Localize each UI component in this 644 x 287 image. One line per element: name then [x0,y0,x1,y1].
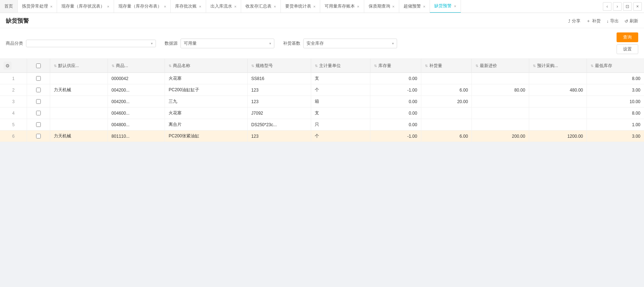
tab-close-collect-total[interactable]: × [274,4,276,9]
row-check[interactable] [27,119,50,131]
tab-close-shortage[interactable]: × [454,4,456,8]
tab-item-inventory-status[interactable]: 现存量（库存状况表）× [57,0,114,13]
sort-spec-icon[interactable]: ⇅ [251,64,254,68]
minstock-header-label: 最低库存 [595,63,612,69]
row-spec: 123 [248,96,311,107]
datasource-select[interactable]: 可用量 ▾ [180,39,274,48]
tab-label-exception: 拣货异常处理 [22,3,48,9]
tab-item-collect-total[interactable]: 收发存汇总表× [241,0,280,13]
spec-header-label: 规格型号 [256,63,273,69]
row-product-code: 004600... [108,107,165,119]
supplement-label: 补货 [592,18,601,24]
col-check-header [27,59,50,73]
filter-group-category: 商品分类 ▾ [6,40,156,47]
table-row: 5004800...离合片DS250*23c...只0.001.00 [0,119,644,131]
filter-actions: 查询 设置 [617,32,638,54]
table-row: 10000042火花塞SS816支0.008.00 [0,73,644,84]
query-button[interactable]: 查询 [617,32,638,42]
row-product-name: PC200张紧油缸 [165,131,248,142]
row-min-stock: 8.00 [587,107,644,119]
supplement-basis-arrow-icon: ▾ [392,41,394,45]
tab-label-inout-flow: 出入库流水 [210,3,232,9]
row-estimated: 1200.00 [529,131,587,142]
tab-close-batch-account[interactable]: × [199,4,201,9]
sort-supplier-icon[interactable]: ⇅ [54,64,57,68]
nav-close-button[interactable]: × [633,2,642,11]
tab-item-expiry-query[interactable]: 保质期查询× [364,0,399,13]
tab-close-overstock[interactable]: × [423,4,425,9]
nav-restore-button[interactable]: ⊡ [623,2,632,11]
row-check[interactable] [27,107,50,119]
refresh-action[interactable]: ↺ 刷新 [625,18,638,24]
row-index: 6 [0,131,27,142]
row-spec: SS816 [248,73,311,84]
tab-item-home[interactable]: 首页 [0,0,18,13]
sort-price-icon[interactable]: ⇅ [475,64,478,68]
row-checkbox[interactable] [36,99,41,104]
tab-label-collect-total: 收发存汇总表 [245,3,271,9]
row-checkbox[interactable] [36,111,41,115]
row-check[interactable] [27,73,50,84]
column-settings-icon[interactable]: ⚙ [4,62,12,70]
page-header: 缺货预警 ⤴ 分享 ＋ 补货 ↓ 导出 ↺ 刷新 [0,13,644,28]
tab-label-home: 首页 [4,3,13,9]
header-actions: ⤴ 分享 ＋ 补货 ↓ 导出 ↺ 刷新 [568,18,638,24]
supplement-action[interactable]: ＋ 补货 [586,18,601,24]
tab-item-inout-flow[interactable]: 出入库流水× [206,0,241,13]
supplement-basis-select[interactable]: 安全库存 ▾ [303,39,397,48]
tab-item-avail-ledger[interactable]: 可用量库存账本× [320,0,364,13]
settings-button[interactable]: 设置 [617,44,638,54]
row-check[interactable] [27,84,50,96]
sort-name-icon[interactable]: ⇅ [169,64,171,68]
tab-close-demand-stat[interactable]: × [313,4,316,9]
tab-item-exception[interactable]: 拣货异常处理× [18,0,57,13]
tab-close-avail-ledger[interactable]: × [357,4,359,9]
row-check[interactable] [27,131,50,142]
share-action[interactable]: ⤴ 分享 [568,18,580,24]
supplement-icon: ＋ [586,18,591,24]
tab-item-demand-stat[interactable]: 要货单统计表× [281,0,320,13]
row-product-name: PC200油缸缸子 [165,84,248,96]
row-product-name: 三九 [165,96,248,107]
tab-item-batch-account[interactable]: 库存批次账× [171,0,206,13]
tab-close-inventory-status[interactable]: × [107,4,109,9]
filter-bar: 商品分类 ▾ 数据源 可用量 ▾ 补货基数 安全库存 ▾ 查询 设置 [0,28,644,59]
tab-close-expiry-query[interactable]: × [392,4,395,9]
table-row: 2力天机械004200...PC200油缸缸子123个-1.006.0080.0… [0,84,644,96]
col-estimated-header: ⇅ 预计采购... [529,59,587,73]
select-all-checkbox[interactable] [36,63,41,68]
row-checkbox[interactable] [36,88,41,92]
row-checkbox[interactable] [36,122,41,127]
sort-supplement-icon[interactable]: ⇅ [425,64,428,68]
row-checkbox[interactable] [36,76,41,81]
export-icon: ↓ [606,19,609,24]
category-label: 商品分类 [6,40,23,47]
export-action[interactable]: ↓ 导出 [606,18,619,24]
row-unit: 支 [311,107,370,119]
nav-right-button[interactable]: › [613,2,622,11]
tab-item-shortage[interactable]: 缺货预警× [430,0,461,13]
row-estimated: 480.00 [529,84,587,96]
row-check[interactable] [27,96,50,107]
nav-left-button[interactable]: ‹ [603,2,612,11]
price-header-label: 最新进价 [480,63,497,69]
category-select[interactable]: ▾ [26,40,156,47]
sort-estimated-icon[interactable]: ⇅ [533,64,536,68]
tab-label-demand-stat: 要货单统计表 [285,3,311,9]
row-index: 1 [0,73,27,84]
row-checkbox[interactable] [36,134,41,138]
tab-close-inout-flow[interactable]: × [234,4,236,9]
table-body: 10000042火花塞SS816支0.008.002力天机械004200...P… [0,73,644,142]
sort-minstock-icon[interactable]: ⇅ [591,64,593,68]
tab-close-inventory-dist[interactable]: × [164,4,166,9]
sort-stock-icon[interactable]: ⇅ [374,64,377,68]
row-supplier: 力天机械 [50,84,108,96]
filter-group-datasource: 数据源 可用量 ▾ [165,39,274,48]
sort-unit-icon[interactable]: ⇅ [315,64,318,68]
tab-close-exception[interactable]: × [50,4,52,9]
row-estimated [529,73,587,84]
sort-code-icon[interactable]: ⇅ [112,64,114,68]
tab-item-inventory-dist[interactable]: 现存量（库存分布表）× [114,0,171,13]
tab-item-overstock[interactable]: 超储预警× [399,0,430,13]
table-row: 4004600...火花塞J7092支0.008.00 [0,107,644,119]
